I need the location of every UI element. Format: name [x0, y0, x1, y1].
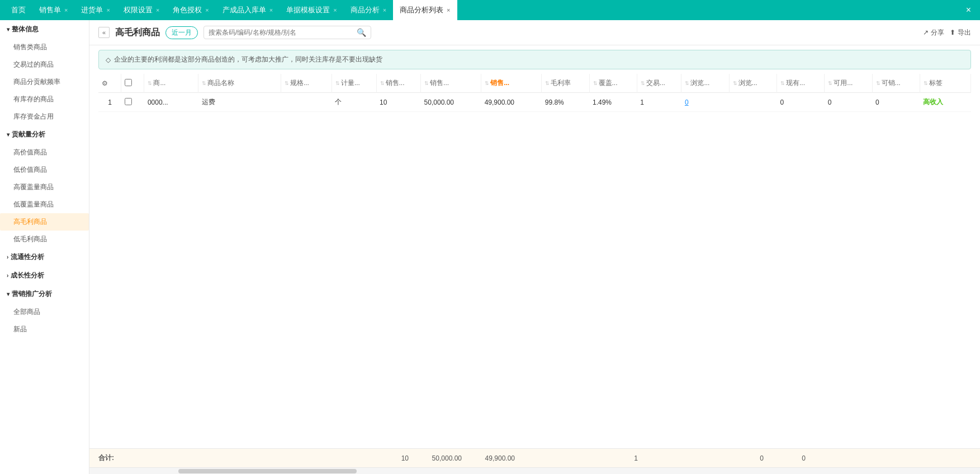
data-table: ⚙ ⇅商... ⇅商品名称 ⇅规格...: [98, 74, 971, 112]
scrollbar-thumb[interactable]: [178, 469, 357, 473]
th-unit[interactable]: ⇅计量...: [332, 74, 376, 93]
sidebar-item-new-goods[interactable]: 新品: [0, 321, 89, 338]
sidebar-group-marketing[interactable]: ▾ 营销推广分析: [0, 285, 89, 303]
main-layout: ▾ 整体信息 销售类商品 交易过的商品 商品分贡献频率 有库存的商品 库存资金占…: [0, 20, 980, 474]
cell-stock-now: 0: [777, 93, 825, 112]
th-tag[interactable]: ⇅标签: [920, 74, 970, 93]
info-banner: ◇ 企业的主要的利润都是这部分商品创造的，可考虑加大推广，同时关注库存是不要出现…: [98, 50, 971, 69]
table-row: 1 0000... 运费 个 10 50,000.00 49,900.00 99…: [98, 93, 971, 112]
cell-tag: 高收入: [920, 93, 970, 112]
cell-code: 0000...: [144, 93, 198, 112]
arrow-icon-2: ▾: [7, 132, 10, 138]
nav-roles[interactable]: 角色授权 ×: [166, 0, 215, 20]
nav-sales-close[interactable]: ×: [64, 7, 68, 13]
footer-label: 合计:: [98, 453, 114, 463]
sidebar-item-in-stock[interactable]: 有库存的商品: [0, 91, 89, 108]
sidebar-item-low-value[interactable]: 低价值商品: [0, 161, 89, 179]
period-button[interactable]: 近一月: [165, 26, 198, 39]
cell-index: 1: [98, 93, 121, 112]
sidebar-item-all-goods[interactable]: 全部商品: [0, 303, 89, 321]
search-input[interactable]: [209, 29, 354, 36]
th-views2[interactable]: ⇅浏览...: [729, 74, 777, 93]
arrow-icon: ▾: [7, 26, 10, 32]
export-button[interactable]: ⬆ 导出: [950, 28, 971, 37]
nav-close-all[interactable]: ×: [962, 5, 976, 15]
nav-permissions[interactable]: 权限设置 ×: [117, 0, 166, 20]
sidebar-item-low-coverage[interactable]: 低覆盖量商品: [0, 196, 89, 213]
th-spec[interactable]: ⇅规格...: [281, 74, 332, 93]
arrow-icon-3: ›: [7, 254, 8, 260]
sidebar-item-stock-capital[interactable]: 库存资金占用: [0, 108, 89, 125]
cell-sales-profit: 49,900.00: [481, 93, 542, 112]
th-checkbox[interactable]: [121, 74, 144, 93]
collapse-sidebar-button[interactable]: «: [98, 27, 110, 38]
footer-stock-avail: 0: [764, 454, 806, 462]
cell-gross-margin: 99.8%: [542, 93, 589, 112]
top-navigation: 首页 销售单 × 进货单 × 权限设置 × 角色授权 × 产成品入库单 × 单据…: [0, 0, 980, 20]
nav-roles-close[interactable]: ×: [205, 7, 209, 13]
th-sales-amt[interactable]: ⇅销售...: [421, 74, 481, 93]
sidebar-item-high-coverage[interactable]: 高覆盖量商品: [0, 179, 89, 196]
th-settings[interactable]: ⚙: [98, 74, 121, 93]
sidebar-item-high-margin[interactable]: 高毛利商品: [0, 213, 89, 231]
search-icon: 🔍: [357, 28, 366, 37]
cell-unit: 个: [332, 93, 376, 112]
nav-template[interactable]: 单据模板设置 ×: [280, 0, 343, 20]
nav-production-close[interactable]: ×: [269, 7, 273, 13]
table-wrapper: ⚙ ⇅商... ⇅商品名称 ⇅规格...: [89, 74, 980, 448]
nav-sales[interactable]: 销售单 ×: [32, 0, 74, 20]
cell-checkbox[interactable]: [121, 93, 144, 112]
sidebar-group-growth[interactable]: › 成长性分析: [0, 266, 89, 285]
nav-purchase[interactable]: 进货单 ×: [74, 0, 116, 20]
th-coverage[interactable]: ⇅覆盖...: [589, 74, 637, 93]
cell-sales-qty: 10: [376, 93, 421, 112]
sidebar-group-contribution[interactable]: ▾ 贡献量分析: [0, 125, 89, 144]
footer-stock-now: 0: [722, 454, 764, 462]
sidebar-group-overall[interactable]: ▾ 整体信息: [0, 20, 89, 39]
arrow-icon-5: ▾: [7, 291, 10, 297]
nav-analysis-close[interactable]: ×: [383, 7, 386, 13]
nav-home[interactable]: 首页: [4, 0, 32, 20]
horizontal-scrollbar[interactable]: [89, 467, 980, 474]
sidebar-item-traded-goods[interactable]: 交易过的商品: [0, 56, 89, 73]
content-area: « 高毛利商品 近一月 🔍 ↗ 分享 ⬆ 导出 ◇ 企业的主要: [89, 20, 980, 474]
cell-transactions: 1: [637, 93, 681, 112]
footer-sales-profit: 49,900.00: [462, 454, 515, 462]
footer-transactions: 1: [599, 454, 638, 462]
sidebar-item-low-margin[interactable]: 低毛利商品: [0, 231, 89, 248]
th-stock-avail[interactable]: ⇅可用...: [825, 74, 872, 93]
header-actions: ↗ 分享 ⬆ 导出: [923, 28, 971, 37]
nav-production[interactable]: 产成品入库单 ×: [216, 0, 280, 20]
export-icon: ⬆: [950, 29, 955, 36]
nav-analysis-list[interactable]: 商品分析列表 ×: [393, 0, 457, 20]
sidebar-item-sales-goods[interactable]: 销售类商品: [0, 39, 89, 56]
sidebar-group-liquidity[interactable]: › 流通性分析: [0, 248, 89, 266]
nav-purchase-close[interactable]: ×: [106, 7, 110, 13]
th-stock-now[interactable]: ⇅现有...: [777, 74, 825, 93]
nav-analysis[interactable]: 商品分析 ×: [344, 0, 393, 20]
select-all-checkbox[interactable]: [125, 79, 132, 86]
th-sales-profit[interactable]: ⇅销售...: [481, 74, 542, 93]
th-code[interactable]: ⇅商...: [144, 74, 198, 93]
row-checkbox[interactable]: [125, 98, 132, 105]
nav-analysis-list-close[interactable]: ×: [447, 7, 450, 13]
footer-sales-amt: 50,000.00: [409, 454, 462, 462]
th-views1[interactable]: ⇅浏览...: [681, 74, 729, 93]
th-name[interactable]: ⇅商品名称: [198, 74, 281, 93]
nav-template-close[interactable]: ×: [333, 7, 337, 13]
th-sales-qty[interactable]: ⇅销售...: [376, 74, 421, 93]
nav-permissions-close[interactable]: ×: [156, 7, 159, 13]
footer-sales-qty: 10: [370, 454, 409, 462]
th-stock-sell[interactable]: ⇅可销...: [872, 74, 920, 93]
sidebar-item-high-value[interactable]: 高价值商品: [0, 144, 89, 161]
share-button[interactable]: ↗ 分享: [923, 28, 944, 37]
cell-views1[interactable]: 0: [681, 93, 729, 112]
arrow-icon-4: ›: [7, 273, 8, 279]
sidebar-item-contribution[interactable]: 商品分贡献频率: [0, 73, 89, 91]
cell-name: 运费: [198, 93, 281, 112]
search-box[interactable]: 🔍: [203, 26, 371, 39]
page-title: 高毛利商品: [115, 27, 160, 39]
th-gross-margin[interactable]: ⇅毛利率: [542, 74, 589, 93]
th-transactions[interactable]: ⇅交易...: [637, 74, 681, 93]
cell-views2: [729, 93, 777, 112]
